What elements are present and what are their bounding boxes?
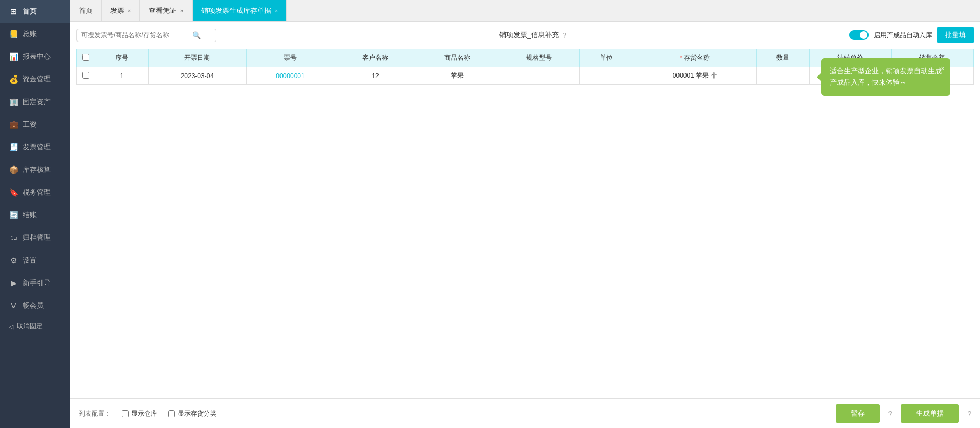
show-category-checkbox-label[interactable]: 显示存货分类 [168,409,216,418]
home-icon: ⊞ [9,7,18,16]
sidebar-item-assets[interactable]: 🏢 固定资产 [0,91,70,113]
tab-sales-invoice[interactable]: 销项发票生成库存单据 × [193,0,287,21]
pin-icon: ◁ [9,323,13,330]
reports-icon: 📊 [9,52,18,61]
header-seq: 序号 [95,49,149,67]
sidebar-item-inventory[interactable]: 📦 库存核算 [0,158,70,181]
select-all-checkbox[interactable] [82,54,89,61]
settlement-icon: 🔄 [9,211,18,219]
sidebar-item-archive[interactable]: 🗂 归档管理 [0,226,70,249]
archive-icon: 🗂 [9,233,18,242]
cell-seq: 1 [95,67,149,85]
sidebar-item-tax[interactable]: 🔖 税务管理 [0,181,70,204]
batch-fill-button[interactable]: 批量填 [937,27,974,43]
cell-product-name: 苹果 [416,67,498,85]
show-warehouse-checkbox-label[interactable]: 显示仓库 [122,409,157,418]
assets-icon: 🏢 [9,98,18,106]
show-category-checkbox[interactable] [168,410,175,417]
sidebar-item-reports[interactable]: 📊 报表中心 [0,45,70,68]
sidebar-item-invoice-mgmt[interactable]: 🧾 发票管理 [0,136,70,158]
toolbar-right: 启用产成品自动入库 批量填 [849,27,974,43]
settings-icon: ⚙ [9,256,18,265]
sidebar: ⊞ 首页 📒 总账 📊 报表中心 💰 资金管理 🏢 固定资产 💼 工资 🧾 发票… [0,0,70,428]
tooltip-close-button[interactable]: × [941,63,945,74]
search-icon[interactable]: 🔍 [192,31,201,39]
sidebar-pin-button[interactable]: ◁ 取消固定 [0,317,70,335]
vip-icon: V [9,301,18,310]
generate-button[interactable]: 生成单据 [901,404,959,423]
cell-inventory-name: 000001 苹果 个 [633,67,756,85]
header-qty: 数量 [756,49,809,67]
tab-invoice-close[interactable]: × [128,8,131,14]
tab-voucher[interactable]: 查看凭证 × [140,0,192,21]
sidebar-item-payroll[interactable]: 💼 工资 [0,113,70,136]
list-config-label: 列表配置： [79,409,111,418]
cell-qty [756,67,809,85]
tax-icon: 🔖 [9,188,18,197]
tab-voucher-close[interactable]: × [180,8,183,14]
guide-icon: ▶ [9,279,18,287]
tooltip-popup: × 适合生产型企业，销项发票自动生成产成品入库，快来体验～ [821,58,950,96]
inventory-icon: 📦 [9,165,18,174]
cell-spec [498,67,580,85]
ledger-icon: 📒 [9,30,18,38]
tab-invoice[interactable]: 发票 × [102,0,140,21]
header-customer: 客户名称 [334,49,416,67]
bottom-right: 暂存 ? 生成单据 ? [836,404,971,423]
header-checkbox-cell [77,49,95,67]
sidebar-item-funds[interactable]: 💰 资金管理 [0,68,70,91]
sidebar-item-settlement[interactable]: 🔄 结账 [0,204,70,226]
header-inventory-name: * 存货名称 [633,49,756,67]
row-checkbox-cell [77,67,95,85]
cell-date: 2023-03-04 [149,67,246,85]
search-input[interactable] [81,31,189,39]
header-invoice-no: 票号 [246,49,334,67]
toolbar: 🔍 销项发票_信息补充 ? 启用产成品自动入库 批量填 [70,22,980,49]
sidebar-item-ledger[interactable]: 📒 总账 [0,23,70,45]
generate-help-icon[interactable]: ? [968,410,971,418]
funds-icon: 💰 [9,75,18,84]
info-icon[interactable]: ? [563,31,566,39]
save-help-icon[interactable]: ? [888,410,892,418]
cell-invoice-no[interactable]: 00000001 [246,67,334,85]
invoice-mgmt-icon: 🧾 [9,143,18,151]
cell-unit [580,67,633,85]
show-warehouse-checkbox[interactable] [122,410,129,417]
save-button[interactable]: 暂存 [836,404,880,423]
toolbar-center: 销项发票_信息补充 ? [223,30,843,40]
cell-customer: 12 [334,67,416,85]
payroll-icon: 💼 [9,120,18,129]
table-container: 序号 开票日期 票号 客户名称 商品名称 规格型号 单位 * 存货名称 数量 结… [70,49,980,398]
header-date: 开票日期 [149,49,246,67]
search-box[interactable]: 🔍 [76,29,216,42]
tab-bar: 首页 发票 × 查看凭证 × 销项发票生成库存单据 × [70,0,980,22]
sidebar-item-vip[interactable]: V 畅会员 [0,294,70,317]
header-product-name: 商品名称 [416,49,498,67]
sidebar-item-guide[interactable]: ▶ 新手引导 [0,272,70,294]
row-checkbox[interactable] [82,72,89,79]
sidebar-item-settings[interactable]: ⚙ 设置 [0,249,70,272]
tab-home[interactable]: 首页 [70,0,102,21]
tab-sales-invoice-close[interactable]: × [275,8,278,14]
header-spec: 规格型号 [498,49,580,67]
bottom-bar: 列表配置： 显示仓库 显示存货分类 暂存 ? 生成单据 ? [70,398,980,428]
auto-warehouse-toggle[interactable] [849,30,869,40]
toggle-slider[interactable] [849,30,869,40]
header-unit: 单位 [580,49,633,67]
sidebar-item-home[interactable]: ⊞ 首页 [0,0,70,23]
